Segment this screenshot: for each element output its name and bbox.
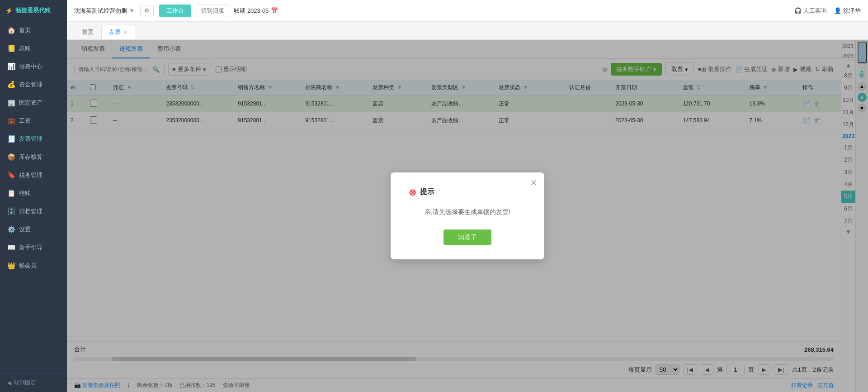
assets-icon: 🏢 (7, 99, 15, 107)
user-menu[interactable]: 👤 徐泽华 (834, 7, 861, 15)
archive-icon: 🗄️ (7, 207, 15, 215)
period-label: 账期 (234, 7, 245, 15)
invoice-icon: 🧾 (7, 135, 15, 143)
member-icon: 👑 (7, 262, 15, 270)
period-value: 2023-05 (247, 7, 269, 14)
switch-version-button[interactable]: 切到旧版 (197, 5, 228, 17)
period-display: 账期 2023-05 📅 (234, 7, 278, 15)
logo-text: 畅捷通易代账 (15, 6, 51, 14)
sidebar-label-home: 首页 (19, 26, 31, 34)
sidebar-nav: 🏠 首页 📒 总账 📊 报表中心 💰 资金管理 🏢 固定资产 💼 工资 (0, 21, 67, 373)
sidebar-item-inventory[interactable]: 📦 库存核算 (0, 148, 67, 166)
tab-invoice-label: 发票 (109, 28, 121, 36)
warning-icon: ⊗ (409, 187, 416, 198)
ledger-icon: 📒 (7, 44, 15, 53)
tabbar: 首页 发票 ✕ (67, 22, 868, 40)
unpin-label: 取消固定 (14, 379, 36, 387)
workspace-button[interactable]: 工作台 (159, 5, 191, 17)
sidebar: ⚡ 畅捷通易代账 🏠 首页 📒 总账 📊 报表中心 💰 资金管理 🏢 固 (0, 0, 67, 392)
sidebar-item-ledger[interactable]: 📒 总账 (0, 39, 67, 57)
sidebar-label-guide: 新手引导 (19, 244, 42, 252)
service-label: 人工客询 (803, 7, 827, 15)
sidebar-item-funds[interactable]: 💰 资金管理 (0, 76, 67, 94)
sidebar-label-closing: 结账 (19, 189, 31, 197)
main-area: 沈海英测试经营勿删 ▼ ⚙ 工作台 切到旧版 账期 2023-05 📅 🎧 人工… (67, 0, 868, 392)
modal-ok-button[interactable]: 知道了 (443, 229, 491, 245)
sidebar-item-closing[interactable]: 📋 结账 (0, 184, 67, 202)
settings-icon: ⚙️ (7, 225, 15, 234)
sidebar-footer-unpin[interactable]: ◀ 取消固定 (0, 373, 67, 392)
guide-icon: 📖 (7, 244, 15, 252)
sidebar-label-funds: 资金管理 (19, 81, 42, 89)
sidebar-label-salary: 工资 (19, 117, 31, 125)
content-area: 销项发票 进项发票 费用小票 🔍 ≡ (67, 40, 868, 392)
company-settings-button[interactable]: ⚙ (140, 5, 154, 16)
logo-icon: ⚡ (5, 7, 13, 14)
sidebar-item-guide[interactable]: 📖 新手引导 (0, 239, 67, 257)
topbar-right: 🎧 人工客询 👤 徐泽华 (794, 7, 861, 15)
pin-icon: ◀ (7, 380, 11, 386)
sidebar-item-settings[interactable]: ⚙️ 设置 (0, 220, 67, 239)
user-name: 徐泽华 (843, 7, 861, 15)
sidebar-item-archive[interactable]: 🗄️ 归档管理 (0, 202, 67, 220)
sidebar-label-archive: 归档管理 (19, 207, 42, 215)
sidebar-logo: ⚡ 畅捷通易代账 (0, 0, 67, 21)
sidebar-item-home[interactable]: 🏠 首页 (0, 21, 67, 39)
inventory-icon: 📦 (7, 153, 15, 161)
chevron-down-icon: ▼ (129, 7, 135, 14)
company-name: 沈海英测试经营勿删 (74, 7, 127, 15)
modal-footer: 知道了 (409, 229, 526, 245)
sidebar-label-member: 畅会员 (19, 262, 37, 270)
tab-home[interactable]: 首页 (74, 25, 101, 39)
sidebar-label-inventory: 库存核算 (19, 153, 42, 161)
sidebar-item-reports[interactable]: 📊 报表中心 (0, 57, 67, 76)
sidebar-item-tax[interactable]: 🔖 税务管理 (0, 166, 67, 184)
tab-close-icon[interactable]: ✕ (123, 29, 127, 35)
customer-service-button[interactable]: 🎧 人工客询 (794, 7, 827, 15)
tab-home-label: 首页 (82, 28, 94, 36)
tab-invoice[interactable]: 发票 ✕ (101, 25, 135, 39)
modal-close-button[interactable]: ✕ (530, 178, 537, 188)
user-avatar-icon: 👤 (834, 7, 841, 14)
salary-icon: 💼 (7, 117, 15, 125)
reports-icon: 📊 (7, 62, 15, 71)
tax-icon: 🔖 (7, 171, 15, 179)
sidebar-label-tax: 税务管理 (19, 171, 42, 179)
calendar-icon[interactable]: 📅 (271, 7, 278, 14)
closing-icon: 📋 (7, 189, 15, 197)
modal-title: ⊗ 提示 (409, 187, 526, 198)
sidebar-label-assets: 固定资产 (19, 99, 42, 107)
sidebar-label-settings: 设置 (19, 225, 31, 234)
prompt-dialog: ✕ ⊗ 提示 亲,请先选择要生成单据的发票! 知道了 (391, 172, 544, 259)
modal-message: 亲,请先选择要生成单据的发票! (409, 207, 526, 217)
headset-icon: 🎧 (794, 7, 802, 14)
funds-icon: 💰 (7, 81, 15, 89)
sidebar-label-invoice: 发票管理 (19, 135, 42, 143)
company-selector[interactable]: 沈海英测试经营勿删 ▼ (74, 7, 135, 15)
topbar: 沈海英测试经营勿删 ▼ ⚙ 工作台 切到旧版 账期 2023-05 📅 🎧 人工… (67, 0, 868, 22)
modal-title-text: 提示 (420, 187, 434, 197)
sidebar-label-reports: 报表中心 (19, 62, 42, 71)
sidebar-label-ledger: 总账 (19, 44, 31, 53)
sidebar-item-invoice[interactable]: 🧾 发票管理 (0, 130, 67, 148)
home-icon: 🏠 (7, 26, 15, 34)
sidebar-item-member[interactable]: 👑 畅会员 (0, 257, 67, 275)
sidebar-item-assets[interactable]: 🏢 固定资产 (0, 94, 67, 112)
modal-overlay: ✕ ⊗ 提示 亲,请先选择要生成单据的发票! 知道了 (67, 40, 868, 392)
sidebar-item-salary[interactable]: 💼 工资 (0, 112, 67, 130)
